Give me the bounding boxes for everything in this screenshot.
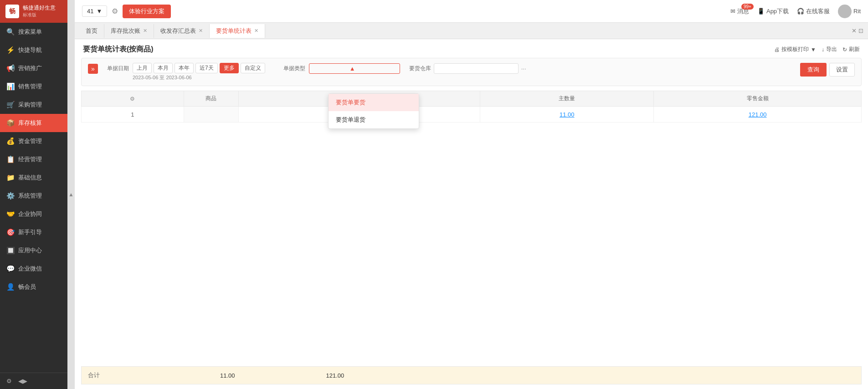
- company-selector[interactable]: 41 ▼: [82, 5, 107, 17]
- finance-icon: 💰: [6, 137, 15, 145]
- tab-close-all-icon[interactable]: ✕: [852, 27, 857, 34]
- settings-footer-icon[interactable]: ⚙: [6, 378, 12, 384]
- tab-home[interactable]: 首页: [79, 24, 104, 38]
- sidebar-item-quicknav[interactable]: ⚡ 快捷导航: [0, 41, 67, 59]
- sidebar-collapse-strip[interactable]: ▲: [67, 0, 75, 389]
- sidebar-footer: ⚙ ◀▶: [0, 373, 67, 389]
- app-download-item[interactable]: 📱 App下载: [757, 7, 789, 15]
- more-dates-btn[interactable]: 更多: [220, 63, 239, 73]
- last-7days-btn[interactable]: 近7天: [195, 63, 218, 73]
- sidebar-item-label: 销售管理: [18, 82, 42, 91]
- close-icon[interactable]: ✕: [254, 28, 258, 34]
- topbar-right: ✉ 消息 99+ 📱 App下载 🎧 在线客服 Rit: [730, 5, 861, 18]
- sidebar-item-collab[interactable]: 🤝 企业协同: [0, 205, 67, 223]
- messages-item[interactable]: ✉ 消息 99+: [730, 7, 749, 15]
- sidebar-item-wecom[interactable]: 💬 企业微信: [0, 260, 67, 278]
- type-dropdown-arrow: ▲: [349, 65, 355, 72]
- date-filter-label: 单据日期: [107, 63, 129, 74]
- collapse-footer-icon[interactable]: ◀▶: [18, 378, 27, 384]
- custom-date-btn[interactable]: 自定义: [241, 63, 265, 73]
- online-service-label: 在线客服: [806, 7, 830, 15]
- sidebar-item-finance[interactable]: 💰 资金管理: [0, 132, 67, 150]
- export-button[interactable]: ↓ 导出: [822, 46, 837, 53]
- tab-inventory-batch[interactable]: 库存批次账 ✕: [104, 24, 154, 38]
- type-filter-group: 单据类型 ▲: [283, 63, 400, 74]
- warehouse-filter-label: 要货仓库: [409, 63, 431, 74]
- this-month-btn[interactable]: 本月: [154, 63, 173, 73]
- basics-icon: 📁: [6, 174, 15, 182]
- sidebar-item-label: 应用中心: [18, 246, 42, 255]
- td-amount[interactable]: 121.00: [654, 107, 862, 123]
- sidebar-item-member[interactable]: 👤 畅会员: [0, 278, 67, 296]
- sidebar-item-sales[interactable]: 📊 销售管理: [0, 77, 67, 96]
- export-icon: ↓: [822, 46, 824, 53]
- topbar-gear-icon[interactable]: ⚙: [112, 7, 118, 15]
- sidebar-item-search[interactable]: 🔍 搜索菜单: [0, 23, 67, 41]
- query-button[interactable]: 查询: [800, 63, 827, 77]
- refresh-label: 刷新: [849, 46, 860, 53]
- print-icon: 🖨: [774, 46, 780, 53]
- appcenter-icon: 🔲: [6, 246, 15, 255]
- sidebar-item-inventory[interactable]: 📦 库存核算: [0, 114, 67, 132]
- filter-expand-button[interactable]: »: [88, 64, 98, 74]
- sidebar-item-appcenter[interactable]: 🔲 应用中心: [0, 241, 67, 260]
- app-title-block: 畅捷通好生意 标准版: [23, 5, 56, 18]
- type-filter-dropdown[interactable]: ▲: [309, 63, 400, 74]
- date-buttons: 上月 本月 本年 近7天 更多 自定义: [133, 63, 265, 73]
- type-dropdown-overlay: 要货单要货 要货单退货: [328, 93, 419, 129]
- tab-maximize-icon[interactable]: ⊡: [858, 27, 863, 34]
- wecom-icon: 💬: [6, 265, 15, 273]
- this-year-btn[interactable]: 本年: [175, 63, 194, 73]
- tab-stock-summary-label: 收发存汇总表: [160, 27, 196, 35]
- member-icon: 👤: [6, 283, 15, 291]
- th-gear[interactable]: ⚙: [82, 91, 184, 107]
- print-button[interactable]: 🖨 按模板打印 ▼: [774, 46, 816, 53]
- dropdown-item-order-return[interactable]: 要货单退货: [329, 111, 419, 128]
- tab-home-label: 首页: [86, 27, 98, 35]
- refresh-button[interactable]: ↻ 刷新: [842, 46, 860, 53]
- page-header: 要货单统计表(按商品) 🖨 按模板打印 ▼ ↓ 导出 ↻ 刷新: [75, 39, 868, 58]
- sidebar-item-label: 新手引导: [18, 228, 42, 236]
- date-filter-controls: 上月 本月 本年 近7天 更多 自定义 2023-05-06 至 2023-06…: [133, 63, 265, 81]
- sidebar-item-marketing[interactable]: 📢 营销推广: [0, 59, 67, 77]
- tab-order-stat[interactable]: 要货单统计表 ✕: [210, 24, 265, 38]
- sidebar-item-purchase[interactable]: 🛒 采购管理: [0, 96, 67, 114]
- tab-stock-summary[interactable]: 收发存汇总表 ✕: [154, 24, 210, 38]
- purchase-icon: 🛒: [6, 101, 15, 109]
- total-amount-value: 121.00: [326, 372, 344, 379]
- last-month-btn[interactable]: 上月: [133, 63, 152, 73]
- company-value: 41: [87, 8, 93, 15]
- sidebar-item-system[interactable]: ⚙️ 系统管理: [0, 187, 67, 205]
- sidebar-nav: 🔍 搜索菜单 ⚡ 快捷导航 📢 营销推广 📊 销售管理 🛒 采购管理 📦 库存核…: [0, 23, 67, 373]
- close-icon[interactable]: ✕: [199, 28, 203, 34]
- service-icon: 🎧: [797, 8, 804, 15]
- app-subtitle: 标准版: [23, 12, 56, 18]
- setting-button[interactable]: 设置: [829, 63, 855, 77]
- user-avatar-item[interactable]: Rit: [838, 5, 861, 18]
- td-qty[interactable]: 11.00: [480, 107, 654, 123]
- search-icon: 🔍: [6, 28, 15, 36]
- sidebar-item-label: 营销推广: [18, 64, 42, 72]
- online-service-item[interactable]: 🎧 在线客服: [797, 7, 830, 15]
- sidebar-item-basics[interactable]: 📁 基础信息: [0, 169, 67, 187]
- topbar: 41 ▼ ⚙ 体验行业方案 ✉ 消息 99+ 📱 App下载 🎧 在线客服 R: [75, 0, 868, 23]
- sidebar-item-guide[interactable]: 🎯 新手引导: [0, 223, 67, 241]
- industry-button[interactable]: 体验行业方案: [123, 5, 171, 18]
- sidebar-item-label: 企业微信: [18, 265, 42, 273]
- warehouse-filter-input[interactable]: [434, 63, 519, 74]
- username-label: Rit: [853, 8, 861, 15]
- th-product: 商品: [184, 91, 238, 107]
- filter-more-button[interactable]: ···: [521, 65, 526, 72]
- close-icon[interactable]: ✕: [143, 28, 147, 34]
- total-qty-value: 11.00: [220, 372, 235, 379]
- main-area: 41 ▼ ⚙ 体验行业方案 ✉ 消息 99+ 📱 App下载 🎧 在线客服 R: [75, 0, 868, 389]
- avatar: [838, 5, 852, 18]
- warehouse-filter-group: 要货仓库 ···: [409, 63, 526, 74]
- guide-icon: 🎯: [6, 228, 15, 236]
- sidebar-header: 畅 畅捷通好生意 标准版: [0, 0, 67, 23]
- dropdown-item-order-delivery[interactable]: 要货单要货: [329, 94, 419, 111]
- system-icon: ⚙️: [6, 192, 15, 200]
- sidebar-item-label: 资金管理: [18, 137, 42, 145]
- operations-icon: 📋: [6, 155, 15, 164]
- sidebar-item-operations[interactable]: 📋 经营管理: [0, 150, 67, 169]
